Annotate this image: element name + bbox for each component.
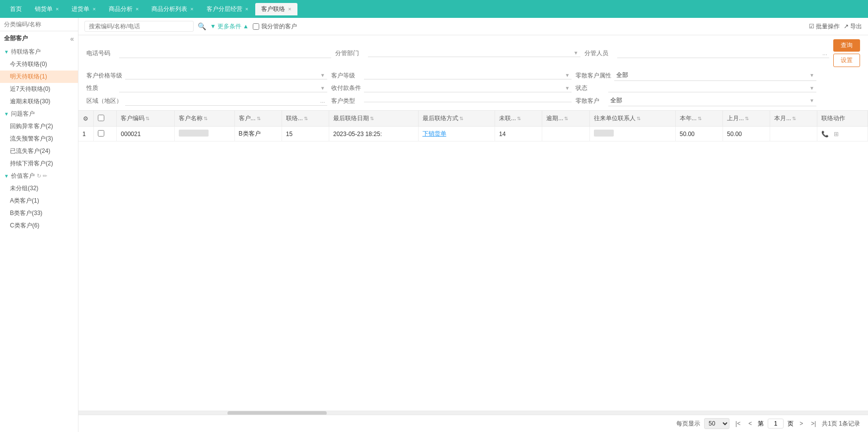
sort-method-icon: ⇅ [459,116,463,121]
td-name [175,127,234,142]
nav-customer-stratification[interactable]: 客户分层经营 × [201,3,254,15]
nav-product-analysis[interactable]: 商品分析 × [103,3,145,15]
action-grid-icon[interactable]: ⊞ [834,131,839,138]
sidebar-value-group[interactable]: ▼ 价值客户 ↻ ✏ [0,170,78,182]
gear-icon[interactable]: ⚙ [83,115,88,122]
a-class-label: A类客户(1) [10,197,39,204]
sidebar-pending-group[interactable]: ▼ 待联络客户 [0,46,78,58]
phone-input[interactable] [119,49,331,58]
value-group-label: 价值客户 [11,172,35,180]
manager-ellipsis-icon[interactable]: ... [822,50,827,57]
sidebar-item-tomorrow-pending[interactable]: 明天待联络(1) [0,71,78,83]
region-select[interactable]: ... [125,96,327,106]
page-number-input[interactable] [768,419,784,429]
tomorrow-pending-label: 明天待联络(1) [10,73,47,80]
sidebar-search-input[interactable] [4,21,78,28]
more-conditions-button[interactable]: ▼ 更多条件 ▲ [210,22,249,31]
nav-product-close-icon[interactable]: × [136,6,139,12]
retail-customer-value: 全部 [610,96,622,105]
sidebar-item-ungrouped[interactable]: 未分组(32) [0,182,78,195]
th-last-contact-date[interactable]: 最后联络日期 ⇅ [329,111,418,127]
nav-product-analysis-list[interactable]: 商品分析列表 × [145,3,199,15]
prev-page-button[interactable]: < [746,419,754,428]
sidebar-item-lost-warning[interactable]: 流失预警客户(3) [0,133,78,145]
first-page-button[interactable]: |< [733,419,742,428]
th-customer-type[interactable]: 客户... ⇅ [234,111,282,127]
customer-level-select[interactable]: ▼ [364,72,572,79]
retail-customer-select[interactable]: 全部 ▼ [608,95,816,106]
last-method-link[interactable]: 下销货单 [423,130,446,137]
batch-operate-button[interactable]: ☑ 批量操作 [809,22,840,31]
batch-operate-label: 批量操作 [816,22,840,31]
funnel-icon: ▼ [210,23,216,30]
c-class-label: C类客户(6) [10,222,39,229]
sidebar-item-b-class[interactable]: B类客户(33) [0,207,78,219]
export-button[interactable]: ↗ 导出 [844,22,862,31]
sort-type-icon: ⇅ [257,116,261,121]
horizontal-scrollbar[interactable] [78,411,868,415]
price-level-select[interactable]: ▼ [125,72,327,79]
th-unlinkable[interactable]: 未联... ⇅ [495,111,542,127]
select-all-checkbox[interactable] [98,115,104,121]
last-page-button[interactable]: >| [809,419,818,428]
th-this-year[interactable]: 本年... ⇅ [675,111,723,127]
price-level-dropdown-icon: ▼ [320,72,325,78]
nav-home[interactable]: 首页 [4,3,28,15]
dept-select[interactable]: ▼ [368,49,580,57]
sidebar-item-c-class[interactable]: C类客户(6) [0,219,78,232]
manager-select[interactable]: ... [617,49,829,58]
td-this-year: 50.00 [675,127,723,142]
action-phone-icon[interactable]: 📞 [821,131,829,138]
sort-date-icon: ⇅ [370,116,374,121]
th-this-month[interactable]: 本月... ⇅ [770,111,817,127]
nav-cust-strat-close-icon[interactable]: × [245,6,248,12]
page-size-select[interactable]: 50 100 [704,418,729,429]
sidebar-item-lost[interactable]: 已流失客户(24) [0,145,78,157]
payment-select[interactable]: ▼ [364,84,572,92]
status-select[interactable]: ▼ [608,84,816,92]
th-contact-person[interactable]: 往来单位联系人 ⇅ [589,111,675,127]
th-customer-code[interactable]: 客户编码 ⇅ [117,111,175,127]
nav-sales-close-icon[interactable]: × [56,6,59,12]
th-last-month[interactable]: 上月... ⇅ [723,111,770,127]
sort-overdue-icon: ⇅ [564,116,568,121]
sort-unlink-icon: ⇅ [517,116,521,121]
region-ellipsis-icon[interactable]: ... [320,97,325,104]
retail-attr-value: 全部 [616,71,628,79]
lost-label: 已流失客户(24) [10,147,50,154]
sidebar-all-customers[interactable]: 全部客户 « [0,31,78,46]
th-overdue[interactable]: 逾期... ⇅ [542,111,589,127]
filter-search-button[interactable]: 🔍 [198,22,206,30]
nav-customer-contact[interactable]: 客户联络 × [255,3,297,15]
row-checkbox[interactable] [98,130,104,137]
td-last-method[interactable]: 下销货单 [418,127,495,142]
th-customer-name[interactable]: 客户名称 ⇅ [175,111,234,127]
sidebar-problem-group[interactable]: ▼ 问题客户 [0,108,78,120]
my-customers-checkbox-label[interactable]: 我分管的客户 [253,22,297,31]
nature-select[interactable]: ▼ [119,84,327,92]
settings-button[interactable]: 设置 [833,54,860,67]
filter-search-input[interactable] [84,21,194,32]
retail-attr-select[interactable]: 全部 ▼ [614,70,816,81]
sidebar-item-repurchase-abnormal[interactable]: 回购异常客户(2) [0,120,78,133]
nav-sales-order[interactable]: 销货单 × [29,3,65,15]
next-page-button[interactable]: > [797,419,805,428]
th-last-contact-method[interactable]: 最后联络方式 ⇅ [418,111,495,127]
sidebar-item-declining[interactable]: 持续下滑客户(2) [0,157,78,170]
nav-cust-contact-close-icon[interactable]: × [288,6,291,12]
my-customers-checkbox[interactable] [253,23,259,30]
nav-purchase-close-icon[interactable]: × [92,6,95,12]
filter-bar: 🔍 ▼ 更多条件 ▲ 我分管的客户 ☑ 批量操作 ↗ 导出 [78,18,868,35]
nav-product-list-close-icon[interactable]: × [190,6,193,12]
sidebar-item-a-class[interactable]: A类客户(1) [0,195,78,207]
th-contact-count[interactable]: 联络... ⇅ [282,111,329,127]
sidebar-item-today-pending[interactable]: 今天待联络(0) [0,58,78,71]
query-button[interactable]: 查询 [833,39,860,52]
filter-field-customer-type: 客户类型 [331,97,572,105]
customer-type-select[interactable] [364,100,572,102]
sidebar-item-overdue-pending[interactable]: 逾期未联络(30) [0,95,78,108]
sidebar-item-7days-pending[interactable]: 近7天待联络(0) [0,83,78,95]
sidebar: 🔍 全部客户 « ▼ 待联络客户 今天待联络(0) 明天待联络(1) 近7天待联… [0,18,78,432]
td-actions: 📞 ⊞ [817,127,868,142]
nav-purchase-order[interactable]: 进货单 × [66,3,101,15]
